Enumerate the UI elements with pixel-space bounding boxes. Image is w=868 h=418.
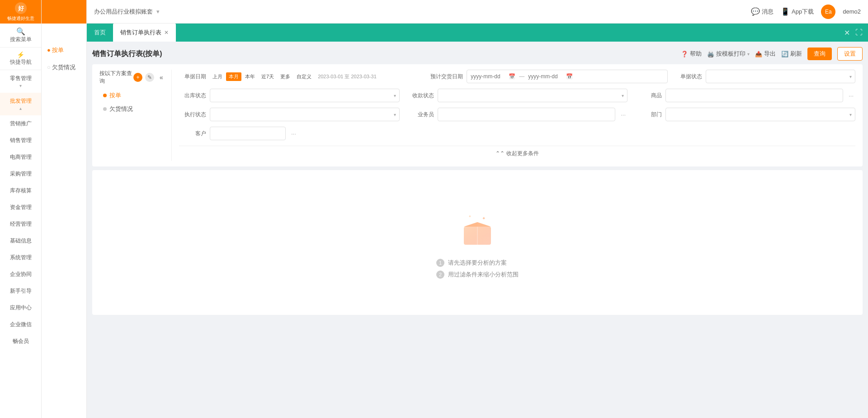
scheme-dot (103, 107, 107, 111)
date-tab-更多[interactable]: 更多 (278, 72, 293, 81)
filter-field-warehouse-status: 出库状态 ▾ (179, 89, 400, 102)
date-range-text: 2023-03-01 至 2023-03-31 (318, 73, 377, 80)
warehouse-status-select[interactable] (210, 89, 400, 102)
sidebar-item-label: 营销推广 (10, 120, 32, 128)
sidebar-item-system[interactable]: 系统管理 (0, 249, 41, 266)
sidebar-item-marketing[interactable]: 营销推广 (0, 115, 41, 132)
date-tab-上月[interactable]: 上月 (210, 72, 225, 81)
download-icon: 📱 (781, 7, 790, 16)
topbar-right: 💬 消息 📱 App下载 Ea demo2 (751, 5, 861, 19)
goods-more-icon[interactable]: ··· (847, 92, 855, 99)
svg-text:✦: ✦ (468, 214, 472, 218)
print-button[interactable]: 🖨️ 按模板打印 ▾ (707, 50, 750, 58)
svg-text:好: 好 (17, 5, 24, 12)
sidebar-item-corp[interactable]: 企业协同 (0, 266, 41, 283)
exec-status-select[interactable] (210, 108, 400, 121)
date-tab-本年[interactable]: 本年 (242, 72, 258, 81)
tab-close-button[interactable]: ✕ (164, 30, 169, 35)
sidebar-item-label: 畅会员 (13, 337, 29, 345)
empty-state: ✦ ✦ ✦ 1 请先选择要分析的方案 2 用过滤条件来缩小分析范围 (92, 170, 863, 315)
salesperson-more-icon[interactable]: ··· (619, 111, 627, 118)
customer-input[interactable] (210, 127, 286, 140)
export-icon: 📤 (755, 51, 762, 57)
settings-button[interactable]: 设置 (837, 47, 863, 61)
customer-more-icon[interactable]: ··· (289, 130, 298, 137)
collapse-bar[interactable]: ⌃⌃ 收起更多条件 (179, 146, 855, 161)
breadcrumb-arrow[interactable]: ▾ (156, 8, 160, 15)
add-scheme-button[interactable]: + (133, 73, 142, 82)
sidebar-item-purchase[interactable]: 采购管理 (0, 166, 41, 182)
message-button[interactable]: 💬 消息 (751, 7, 774, 16)
user-avatar[interactable]: Ea (821, 5, 835, 19)
collection-status-select[interactable] (438, 89, 627, 102)
main-area: 办公用品行业模拟账套 ▾ 💬 消息 📱 App下载 Ea demo2 首页 销售… (87, 0, 868, 418)
warehouse-status-label: 出库状态 (179, 92, 206, 100)
page-header: 销售订单执行表(按单) ❓ 帮助 🖨️ 按模板打印 ▾ 📤 导出 🔄 刷新 (92, 47, 863, 61)
app-download-button[interactable]: 📱 App下载 (781, 7, 814, 16)
app-logo[interactable]: 好 畅捷通好生意 (0, 0, 41, 24)
sidebar-item-label: 库存核算 (10, 187, 32, 195)
scheme-active-dot (103, 94, 107, 97)
svg-marker-3 (464, 222, 477, 227)
filter-field-doc-status: 单据状态 ▾ (675, 70, 855, 83)
date-tab-本月[interactable]: 本月 (226, 72, 241, 81)
tab-home[interactable]: 首页 (87, 24, 113, 42)
filter-row-3: 执行状态 ▾ 业务员 ··· 部门 (179, 108, 855, 121)
sub-sidebar-item-欠货情况[interactable]: ○ 欠货情况 (42, 59, 86, 76)
sidebar-item-label: 零售管理 (10, 75, 32, 82)
filter-sidebar-title: 按以下方案查询 + ✎ « (99, 70, 166, 85)
tab-expand-icon[interactable]: ⛶ (854, 27, 864, 38)
filter-panel: 按以下方案查询 + ✎ « 按单 欠货情况 (92, 64, 863, 166)
sidebar-item-search[interactable]: 🔍 搜索菜单 (0, 24, 41, 48)
filter-field-salesperson: 业务员 ··· (407, 108, 627, 121)
filter-field-date: 单据日期 上月 本月 本年 近7天 更多 自定义 2023-03-01 至 20… (179, 72, 420, 81)
export-button[interactable]: 📤 导出 (755, 50, 776, 58)
goods-input[interactable] (665, 89, 843, 102)
sidebar-item-label: 应用中心 (10, 304, 32, 312)
empty-tip-1: 1 请先选择要分析的方案 (436, 259, 519, 267)
print-dropdown-icon[interactable]: ▾ (747, 52, 750, 57)
date-tab-近7天[interactable]: 近7天 (259, 72, 277, 81)
sidebar-item-quicknav[interactable]: ⚡ 快捷导航 (0, 48, 41, 70)
scheme-item-按单[interactable]: 按单 (99, 89, 166, 102)
sidebar-item-sales[interactable]: 销售管理 (0, 132, 41, 149)
sub-sidebar-item-按单[interactable]: ● 按单 (42, 42, 86, 59)
sidebar-item-label: 企业协同 (10, 271, 32, 278)
sidebar-item-operation[interactable]: 经营管理 (0, 216, 41, 233)
sidebar-item-label: 基础信息 (10, 237, 32, 245)
sidebar-item-wechat[interactable]: 企业微信 (0, 316, 41, 333)
sidebar-item-apps[interactable]: 应用中心 (0, 299, 41, 316)
sidebar-item-member[interactable]: 畅会员 (0, 333, 41, 350)
query-button[interactable]: 查询 (807, 48, 832, 60)
expected-date-to[interactable] (528, 73, 564, 80)
page-title: 销售订单执行表(按单) (92, 49, 162, 59)
calendar-icon-left: 📅 (509, 73, 515, 80)
expected-date-from[interactable] (471, 73, 507, 80)
date-tab-自定义[interactable]: 自定义 (294, 72, 314, 81)
sidebar-item-finance[interactable]: 资金管理 (0, 199, 41, 216)
sidebar-item-newbie[interactable]: 新手引导 (0, 283, 41, 299)
collapse-sidebar-button[interactable]: « (157, 73, 166, 82)
sidebar-item-retail[interactable]: 零售管理 ▾ (0, 70, 41, 93)
edit-scheme-button[interactable]: ✎ (145, 73, 154, 82)
sidebar-item-label: 采购管理 (10, 170, 32, 178)
filter-field-dept: 部门 ▾ (635, 108, 855, 121)
sidebar-item-ecommerce[interactable]: 电商管理 (0, 149, 41, 166)
scheme-item-欠货情况[interactable]: 欠货情况 (99, 102, 166, 116)
sidebar-item-label: 新手引导 (10, 287, 32, 295)
tab-close-all-icon[interactable]: ✕ (842, 27, 852, 39)
collapse-icon: ⌃⌃ (495, 150, 505, 157)
sidebar-item-basic[interactable]: 基础信息 (0, 233, 41, 249)
sidebar-item-inventory[interactable]: 库存核算 (0, 182, 41, 199)
salesperson-input[interactable] (438, 108, 615, 121)
goods-label: 商品 (635, 92, 662, 100)
sidebar: 好 畅捷通好生意 🔍 搜索菜单 ⚡ 快捷导航 零售管理 ▾ 批发管理 ▴ 营销推… (0, 0, 42, 418)
refresh-button[interactable]: 🔄 刷新 (781, 50, 802, 58)
page-actions: ❓ 帮助 🖨️ 按模板打印 ▾ 📤 导出 🔄 刷新 查询 (681, 47, 863, 61)
dept-select[interactable] (665, 108, 855, 121)
doc-status-select[interactable] (706, 70, 855, 83)
dept-label: 部门 (635, 111, 662, 119)
help-button[interactable]: ❓ 帮助 (681, 50, 702, 58)
sidebar-item-wholesale[interactable]: 批发管理 ▴ (0, 93, 41, 115)
tab-sales-order[interactable]: 销售订单执行表 ✕ (113, 24, 176, 42)
